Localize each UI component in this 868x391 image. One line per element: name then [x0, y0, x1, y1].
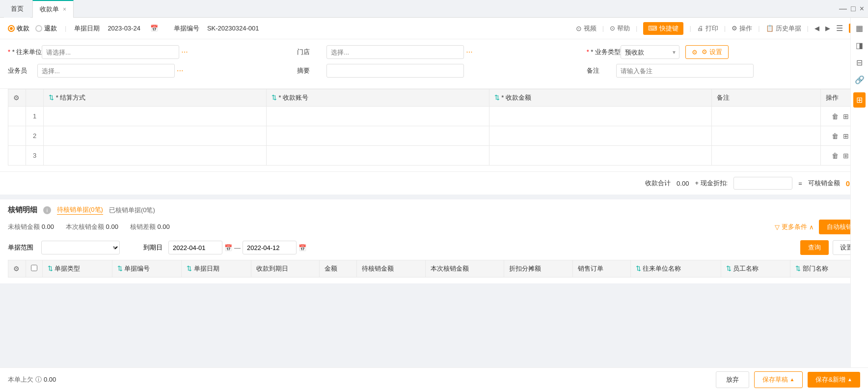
row2-account[interactable] [266, 126, 489, 146]
date-value: 2023-03-24 [108, 25, 140, 32]
settings-gear-icon: ⚙ [692, 49, 698, 56]
action-video[interactable]: ⊙ 视频 [576, 24, 597, 33]
row3-remarks[interactable] [712, 146, 821, 166]
tab-bar-right: — □ × [839, 4, 864, 13]
settings-button[interactable]: ⚙ ⚙ 设置 [685, 45, 729, 59]
store-input[interactable] [326, 45, 464, 59]
row3-settlement[interactable] [44, 146, 267, 166]
sidebar-icon-4[interactable]: 🔗 [855, 75, 865, 84]
row2-copy-icon[interactable]: ⊞ [843, 132, 849, 140]
sidebar-icon-2[interactable]: ◨ [856, 41, 863, 50]
range-select[interactable] [41, 241, 120, 254]
row3-settings-cell [8, 146, 26, 166]
counterpart-label: * 往来单位 [8, 48, 42, 56]
sidebar-icon-1[interactable]: ▦ [856, 24, 863, 33]
info-circle-icon[interactable]: ⓘ [35, 375, 42, 384]
tab-home[interactable]: 首页 [4, 0, 30, 18]
discount-input[interactable] [733, 177, 792, 190]
nav-prev-icon[interactable]: ◀ [814, 25, 819, 32]
select-all-checkbox[interactable] [31, 265, 37, 271]
notes-input[interactable] [616, 64, 754, 78]
row1-amount[interactable] [489, 107, 712, 126]
date-from-input[interactable] [168, 241, 222, 254]
filter-actions: ▽ 更多条件 ∧ 自动核销 [775, 220, 860, 234]
row2-amount[interactable] [489, 126, 712, 146]
save-draft-button[interactable]: 保存草稿 ▲ [754, 371, 803, 388]
row3-delete-icon[interactable]: 🗑 [832, 152, 839, 160]
footer: 本单上欠 ⓘ 0.00 放弃 保存草稿 ▲ 保存&新增 ▲ [0, 367, 868, 391]
bottom-settings-icon[interactable]: ⚙ [13, 265, 20, 273]
business-type-field: * 业务类型 预收款 ▼ ⚙ ⚙ 设置 [587, 45, 860, 59]
view-list-icon[interactable]: ☰ [836, 24, 843, 33]
tab-close-icon[interactable]: × [63, 6, 66, 13]
row2-settlement[interactable] [44, 126, 267, 146]
th-settings: ⚙ [8, 89, 26, 107]
radio-refund[interactable]: 退款 [35, 24, 57, 33]
save-new-button[interactable]: 保存&新增 ▲ [808, 372, 860, 388]
row1-settlement[interactable] [44, 107, 267, 126]
row3-account[interactable] [266, 146, 489, 166]
bth-checkbox [26, 260, 43, 278]
action-history[interactable]: 📋 历史单据 [766, 24, 801, 33]
sidebar-icon-5[interactable]: ⊞ [853, 92, 866, 108]
more-conditions[interactable]: ▽ 更多条件 ∧ [775, 223, 814, 231]
row1-settings-cell [8, 107, 26, 126]
radio-receive[interactable]: 收款 [8, 24, 29, 33]
row2-delete-icon[interactable]: 🗑 [832, 132, 839, 140]
store-more-icon[interactable]: ··· [466, 48, 472, 56]
row3-amount[interactable] [489, 146, 712, 166]
business-type-select[interactable]: 预收款 [621, 45, 679, 59]
action-shortcut[interactable]: ⌨ 快捷键 [643, 22, 683, 35]
row1-remarks[interactable] [712, 107, 821, 126]
bth-discount: 折扣分摊额 [504, 260, 572, 278]
tab-active[interactable]: 收款单 × [32, 0, 74, 18]
row2-remarks[interactable] [712, 126, 821, 146]
row1-account[interactable] [266, 107, 489, 126]
window-close-icon[interactable]: × [860, 4, 864, 13]
action-help[interactable]: ⊙ 帮助 [610, 24, 630, 33]
current-stat: 本次核销金额 0.00 [66, 223, 118, 231]
window-min-icon[interactable]: — [839, 4, 847, 13]
bottom-table: ⚙ ⇅ 单据类型 ⇅ 单据编号 ⇅ 单据日期 收款到期日 [8, 260, 860, 278]
radio-receive-label: 收款 [17, 24, 29, 33]
stats-row: 未核销金额 0.00 本次核销金额 0.00 核销差额 0.00 ▽ 更多条件 … [8, 220, 860, 234]
operations-icon: ⚙ [732, 25, 737, 32]
window-max-icon[interactable]: □ [851, 4, 856, 13]
counterpart-more-icon[interactable]: ··· [181, 48, 188, 56]
staff-input[interactable] [37, 64, 175, 78]
staff-more-icon[interactable]: ··· [177, 66, 183, 75]
calendar-from-icon[interactable]: 📅 [224, 244, 232, 251]
query-button[interactable]: 查询 [800, 240, 829, 255]
th-amount: ⇅ * 收款金额 [489, 89, 712, 107]
row3-copy-icon[interactable]: ⊞ [843, 152, 849, 160]
discard-button[interactable]: 放弃 [716, 371, 749, 388]
row1-delete-icon[interactable]: 🗑 [832, 112, 839, 120]
pending-tab[interactable]: 待核销单据(0笔) [57, 205, 103, 215]
save-draft-arrow-icon: ▲ [790, 377, 795, 382]
table-settings-icon[interactable]: ⚙ [13, 94, 20, 102]
action-operations[interactable]: ⚙ 操作 [732, 24, 752, 33]
counterpart-input[interactable] [42, 45, 179, 59]
bth-settings: ⚙ [8, 260, 26, 278]
bth-due-date: 收款到期日 [251, 260, 319, 278]
calendar-to-icon[interactable]: 📅 [298, 244, 306, 251]
this-order-label: 本单上欠 [8, 375, 33, 384]
row1-copy-icon[interactable]: ⊞ [843, 112, 849, 120]
diff-stat: 核销差额 0.00 [130, 223, 170, 231]
info-icon[interactable]: i [43, 206, 51, 214]
range-select-wrapper: 单据范围 ▼ [8, 241, 120, 254]
summary-input[interactable] [326, 64, 464, 78]
total-value: 0.00 [677, 180, 689, 187]
bth-sales-order: 销售订单 [572, 260, 630, 278]
summary-label: 摘要 [297, 66, 326, 75]
action-print[interactable]: 🖨 打印 [697, 24, 718, 33]
table-header-row: ⚙ ⇅ * 结算方式 ⇅ * 收款账号 ⇅ * 收款金额 备注 [8, 89, 860, 107]
nav-next-icon[interactable]: ▶ [825, 25, 830, 32]
calendar-icon[interactable]: 📅 [150, 25, 158, 32]
done-tab[interactable]: 已核销单据(0笔) [109, 206, 155, 215]
date-to-input[interactable] [243, 241, 297, 254]
filter-row: 单据范围 ▼ 到期日 📅 — 📅 查询 设置 [8, 240, 860, 255]
row2-num: 2 [26, 126, 44, 146]
radio-refund-dot [35, 25, 42, 32]
sidebar-icon-3[interactable]: ⊟ [856, 58, 863, 67]
